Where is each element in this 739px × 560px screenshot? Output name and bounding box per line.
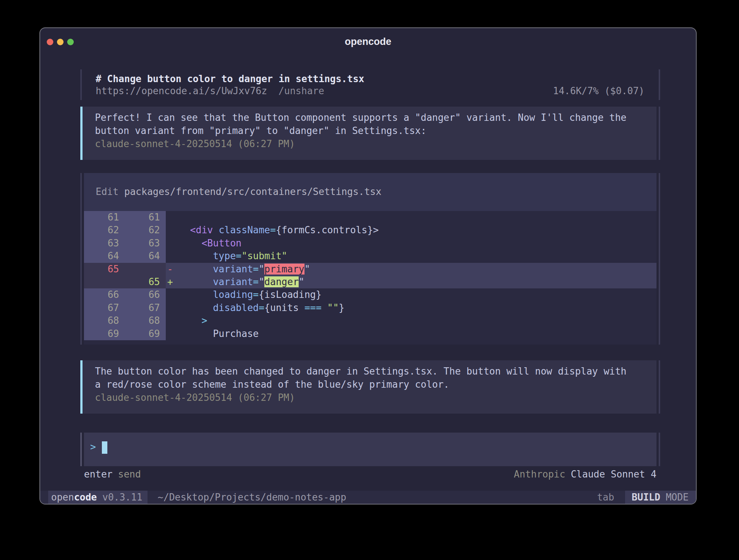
- statusbar-right: tab BUILDMODE: [597, 491, 696, 504]
- diff-row: 6262 <div className={formCs.controls}>: [84, 224, 656, 237]
- assistant-message-body: The button color has been changed to dan…: [80, 360, 656, 414]
- diff-row: 6666 loading={isLoading}: [84, 288, 656, 301]
- diff-row: 6767 disabled={units === ""}: [84, 302, 656, 314]
- diff-row: 65+ variant="danger": [84, 276, 656, 288]
- opencode-window: opencode # Change button color to danger…: [39, 27, 697, 505]
- share-url[interactable]: https://opencode.ai/s/UwJxv76z: [96, 85, 267, 96]
- app-version: v0.3.11: [102, 492, 142, 503]
- diff-row: 6161: [84, 211, 656, 224]
- enter-key-hint: enter: [84, 469, 112, 480]
- titlebar: opencode: [40, 28, 696, 49]
- edit-action-label: Edit: [96, 186, 119, 197]
- session-content: # Change button color to danger in setti…: [80, 49, 660, 479]
- screen: opencode # Change button color to danger…: [0, 0, 739, 560]
- assistant-message-model: claude-sonnet-4-20250514 (06:27 PM): [95, 137, 632, 150]
- mode-name: BUILD: [632, 492, 660, 503]
- diff-row: 6868 >: [84, 314, 656, 327]
- assistant-message-model: claude-sonnet-4-20250514 (06:27 PM): [95, 391, 632, 404]
- tab-key-hint: tab: [597, 491, 614, 504]
- hints-row: entersend AnthropicClaude Sonnet 4: [80, 469, 660, 479]
- send-action-label: send: [118, 469, 141, 480]
- share-info: https://opencode.ai/s/UwJxv76z/unshare: [96, 85, 324, 96]
- edit-tool-block: Edit packages/frontend/src/containers/Se…: [80, 173, 660, 345]
- app-name-open: open: [51, 492, 74, 503]
- diff-row: 6464 type="submit": [84, 250, 656, 262]
- prompt-symbol: >: [90, 441, 96, 452]
- assistant-message: The button color has been changed to dan…: [80, 360, 660, 414]
- diff-view: 6161 6262 <div className={formCs.control…: [84, 211, 656, 340]
- model-name: Claude Sonnet 4: [571, 469, 656, 480]
- status-bar: opencodev0.3.11 ~/Desktop/Projects/demo-…: [40, 491, 696, 504]
- model-indicator: AnthropicClaude Sonnet 4: [514, 469, 656, 479]
- mode-toggle[interactable]: BUILDMODE: [625, 491, 696, 504]
- assistant-message: Perfect! I can see that the Button compo…: [80, 107, 660, 160]
- session-header: # Change button color to danger in setti…: [80, 69, 660, 100]
- assistant-message-body: Perfect! I can see that the Button compo…: [80, 107, 656, 160]
- diff-row: 6363 <Button: [84, 237, 656, 250]
- text-cursor: [102, 441, 107, 454]
- diff-row: 6969 Purchase: [84, 327, 656, 340]
- diff-row: 65- variant="primary": [84, 263, 656, 276]
- working-directory: ~/Desktop/Projects/demo-notes-app: [158, 491, 346, 504]
- assistant-message-text: The button color has been changed to dan…: [95, 365, 632, 391]
- prompt-input-block: >: [80, 433, 660, 466]
- window-title: opencode: [40, 36, 696, 47]
- assistant-message-text: Perfect! I can see that the Button compo…: [95, 111, 632, 137]
- token-usage: 14.6K/7% ($0.07): [553, 85, 644, 96]
- prompt-input[interactable]: >: [84, 433, 656, 466]
- session-subheader: https://opencode.ai/s/UwJxv76z/unshare 1…: [96, 85, 656, 96]
- mode-label: MODE: [666, 492, 689, 503]
- edit-tool-body: Edit packages/frontend/src/containers/Se…: [84, 173, 656, 345]
- unshare-command[interactable]: /unshare: [279, 85, 324, 96]
- app-version-badge: opencodev0.3.11: [48, 491, 148, 504]
- edit-tool-header: Edit packages/frontend/src/containers/Se…: [84, 186, 656, 197]
- diff-bottom-strip: [84, 340, 656, 345]
- provider-name: Anthropic: [514, 469, 565, 480]
- edit-file-path: packages/frontend/src/containers/Setting…: [124, 186, 381, 197]
- send-hint: entersend: [84, 469, 141, 479]
- session-title: # Change button color to danger in setti…: [96, 72, 656, 85]
- app-name-code: code: [74, 492, 97, 503]
